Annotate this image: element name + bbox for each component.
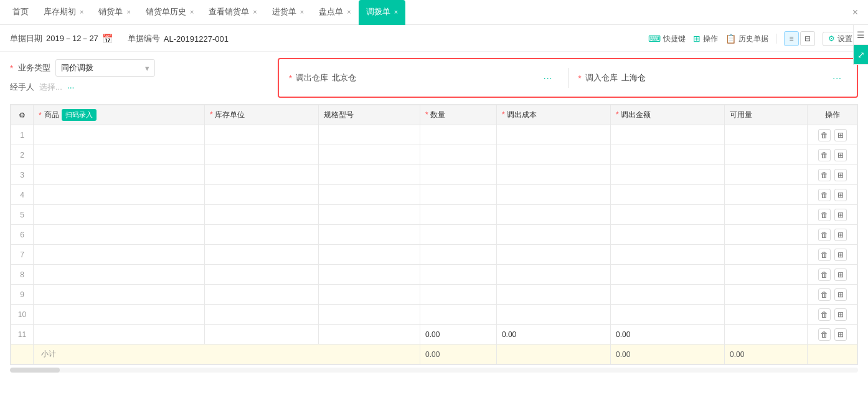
copy-icon[interactable]: ⊞ <box>834 209 847 221</box>
cell-cost[interactable] <box>496 145 610 165</box>
cell-amount[interactable] <box>611 225 725 245</box>
cell-spec[interactable] <box>319 265 420 285</box>
cell-cost[interactable] <box>496 165 610 185</box>
cell-available[interactable] <box>725 305 808 325</box>
cell-qty[interactable] <box>420 205 497 225</box>
tab-stocktake[interactable]: 盘点单 × <box>311 0 358 25</box>
cell-spec[interactable] <box>319 225 420 245</box>
cell-cost[interactable] <box>496 125 610 145</box>
copy-icon[interactable]: ⊞ <box>834 149 847 161</box>
cell-spec[interactable] <box>319 185 420 205</box>
cell-cost[interactable] <box>496 265 610 285</box>
tab-transfer[interactable]: 调拨单 × <box>359 0 405 25</box>
tab-view-sales[interactable]: 查看销货单 × <box>201 0 264 25</box>
cell-amount[interactable] <box>611 285 725 305</box>
cell-goods[interactable] <box>34 305 205 325</box>
cell-available[interactable] <box>725 125 808 145</box>
cell-available[interactable] <box>725 285 808 305</box>
sidebar-list-icon[interactable]: ☰ <box>854 25 869 45</box>
cell-cost[interactable] <box>496 185 610 205</box>
delete-icon[interactable]: 🗑 <box>818 269 831 281</box>
handler-placeholder[interactable]: 选择... <box>39 82 62 93</box>
layout-btn-1[interactable]: ≡ <box>784 31 799 46</box>
cell-available[interactable] <box>725 245 808 265</box>
tab-transfer-close[interactable]: × <box>394 8 398 16</box>
cell-amount[interactable] <box>611 305 725 325</box>
cell-unit[interactable] <box>204 205 318 225</box>
copy-icon[interactable]: ⊞ <box>834 189 847 201</box>
delete-icon[interactable]: 🗑 <box>818 209 831 221</box>
cell-spec[interactable] <box>319 285 420 305</box>
cell-available[interactable] <box>725 225 808 245</box>
cell-spec[interactable] <box>319 305 420 325</box>
cell-qty[interactable] <box>420 125 497 145</box>
cell-amount[interactable] <box>611 125 725 145</box>
calendar-icon[interactable]: 📅 <box>102 34 113 44</box>
tab-sales-order[interactable]: 销货单 × <box>91 0 138 25</box>
cell-unit[interactable] <box>204 285 318 305</box>
cell-qty[interactable] <box>420 225 497 245</box>
cell-goods[interactable] <box>34 265 205 285</box>
tab-home[interactable]: 首页 <box>5 0 36 25</box>
cell-qty[interactable] <box>420 185 497 205</box>
cell-unit[interactable] <box>204 225 318 245</box>
cell-goods[interactable] <box>34 145 205 165</box>
cell-goods[interactable] <box>34 205 205 225</box>
cell-goods[interactable] <box>34 245 205 265</box>
copy-icon[interactable]: ⊞ <box>834 269 847 281</box>
cell-unit[interactable] <box>204 305 318 325</box>
cell-spec[interactable] <box>319 125 420 145</box>
cell-cost[interactable] <box>496 285 610 305</box>
history-button[interactable]: 📋 历史单据 <box>725 34 768 44</box>
delete-icon[interactable]: 🗑 <box>818 189 831 201</box>
operations-button[interactable]: ⊞ 操作 <box>693 34 718 44</box>
cell-cost[interactable] <box>496 305 610 325</box>
scan-button[interactable]: 扫码录入 <box>62 109 97 121</box>
delete-icon[interactable]: 🗑 <box>818 149 831 161</box>
tab-inventory-init[interactable]: 库存期初 × <box>36 0 91 25</box>
cell-unit[interactable] <box>204 245 318 265</box>
cell-goods[interactable] <box>34 185 205 205</box>
cell-cost[interactable] <box>496 205 610 225</box>
copy-icon[interactable]: ⊞ <box>834 169 847 181</box>
tab-stocktake-close[interactable]: × <box>347 8 351 16</box>
subtotal-copy-icon[interactable]: ⊞ <box>834 328 847 341</box>
cell-qty[interactable] <box>420 145 497 165</box>
cell-unit[interactable] <box>204 165 318 185</box>
biz-type-select[interactable]: 同价调拨 ▾ <box>55 59 155 77</box>
horizontal-scrollbar[interactable] <box>10 368 858 373</box>
tab-purchase[interactable]: 进货单 × <box>265 0 311 25</box>
cell-available[interactable] <box>725 205 808 225</box>
cell-qty[interactable] <box>420 165 497 185</box>
copy-icon[interactable]: ⊞ <box>834 308 847 321</box>
shortcuts-button[interactable]: ⌨ 快捷键 <box>648 34 686 44</box>
delete-icon[interactable]: 🗑 <box>818 169 831 181</box>
warehouse-in-more-button[interactable]: ··· <box>833 73 842 83</box>
cell-amount[interactable] <box>611 205 725 225</box>
cell-unit[interactable] <box>204 185 318 205</box>
delete-icon[interactable]: 🗑 <box>818 249 831 261</box>
cell-qty[interactable] <box>420 285 497 305</box>
copy-icon[interactable]: ⊞ <box>834 288 847 301</box>
tab-inventory-init-close[interactable]: × <box>80 8 83 16</box>
cell-amount[interactable] <box>611 165 725 185</box>
cell-qty[interactable] <box>420 245 497 265</box>
delete-icon[interactable]: 🗑 <box>818 288 831 301</box>
cell-spec[interactable] <box>319 245 420 265</box>
cell-available[interactable] <box>725 145 808 165</box>
delete-icon[interactable]: 🗑 <box>818 129 831 141</box>
cell-unit[interactable] <box>204 125 318 145</box>
cell-goods[interactable] <box>34 285 205 305</box>
cell-goods[interactable] <box>34 165 205 185</box>
cell-amount[interactable] <box>611 245 725 265</box>
cell-cost[interactable] <box>496 245 610 265</box>
tab-view-sales-close[interactable]: × <box>253 8 257 16</box>
cell-available[interactable] <box>725 185 808 205</box>
tab-purchase-close[interactable]: × <box>300 8 304 16</box>
cell-spec[interactable] <box>319 145 420 165</box>
tab-sales-order-close[interactable]: × <box>126 8 130 16</box>
tab-sales-history[interactable]: 销货单历史 × <box>138 0 201 25</box>
cell-cost[interactable] <box>496 225 610 245</box>
cell-qty[interactable] <box>420 305 497 325</box>
subtotal-delete-icon[interactable]: 🗑 <box>818 328 831 341</box>
